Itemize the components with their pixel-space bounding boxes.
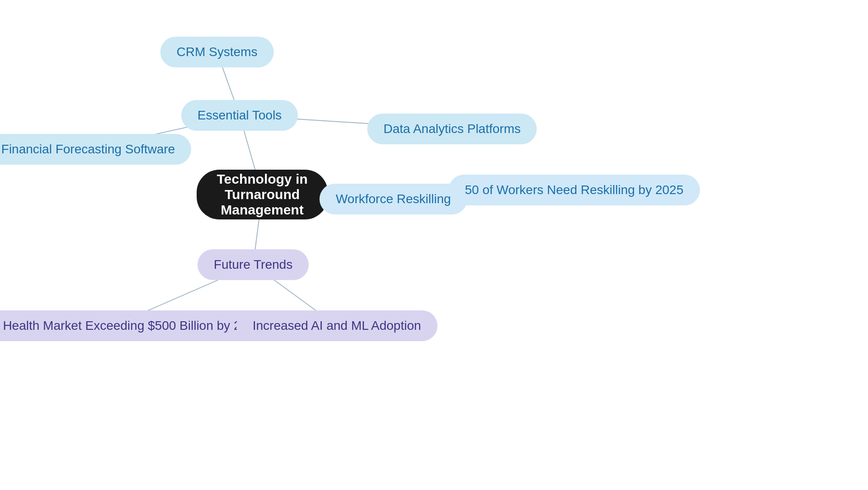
ai-adoption-label: Increased AI and ML Adoption (253, 319, 421, 333)
center-node[interactable]: Technology in Turnaround Management (197, 170, 328, 219)
essential-tools-label: Essential Tools (198, 108, 282, 123)
digital-health-label: Digital Health Market Exceeding $500 Bil… (0, 319, 262, 333)
essential-tools-node[interactable]: Essential Tools (181, 100, 298, 131)
ai-adoption-node[interactable]: Increased AI and ML Adoption (236, 310, 438, 341)
reskilling-stat-node[interactable]: 50 of Workers Need Reskilling by 2025 (448, 175, 700, 205)
workforce-reskilling-node[interactable]: Workforce Reskilling (320, 184, 467, 214)
future-trends-node[interactable]: Future Trends (198, 249, 309, 280)
crm-systems-node[interactable]: CRM Systems (160, 37, 274, 67)
crm-systems-label: CRM Systems (177, 45, 258, 59)
financial-forecasting-node[interactable]: Financial Forecasting Software (0, 134, 191, 165)
financial-forecasting-label: Financial Forecasting Software (1, 142, 175, 157)
center-label: Technology in Turnaround Management (213, 171, 311, 218)
data-analytics-label: Data Analytics Platforms (383, 122, 520, 136)
mindmap-canvas: Technology in Turnaround Management Esse… (0, 0, 868, 490)
data-analytics-node[interactable]: Data Analytics Platforms (367, 114, 537, 144)
workforce-reskilling-label: Workforce Reskilling (336, 192, 451, 206)
future-trends-label: Future Trends (214, 257, 292, 272)
reskilling-stat-label: 50 of Workers Need Reskilling by 2025 (465, 183, 684, 197)
